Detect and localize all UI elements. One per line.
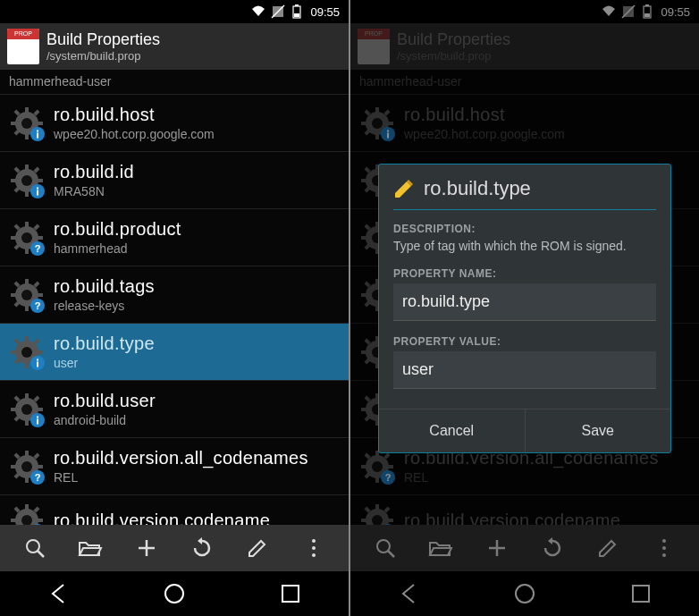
screen-left: 09:55 Build Properties /system/build.pro…	[0, 0, 349, 616]
page-title: Build Properties	[46, 30, 160, 49]
property-name: ro.build.host	[54, 105, 215, 125]
more-button[interactable]	[646, 530, 682, 566]
property-row[interactable]: ro.build.version.codename	[0, 495, 349, 525]
property-row[interactable]: ro.build.idMRA58N	[0, 152, 349, 209]
property-name: ro.build.product	[54, 219, 181, 240]
property-value: user	[54, 356, 155, 370]
property-value: wpee20.hot.corp.google.com	[54, 127, 215, 141]
wifi-icon	[251, 4, 265, 19]
description-text: Type of tag with which the ROM is signed…	[393, 239, 656, 253]
recent-icon	[278, 581, 303, 606]
property-value: MRA58N	[54, 184, 134, 198]
property-value: release-keys	[54, 299, 155, 313]
gear-icon	[9, 220, 45, 256]
property-name: ro.build.user	[54, 391, 156, 411]
gear-icon	[9, 334, 45, 370]
edit-button[interactable]	[590, 530, 626, 566]
recent-icon	[628, 581, 653, 606]
bottom-toolbar	[0, 525, 349, 571]
property-name: ro.build.host	[404, 105, 565, 125]
property-row[interactable]: ro.build.userandroid-build	[0, 381, 349, 438]
search-button[interactable]	[17, 530, 53, 566]
refresh-button[interactable]	[535, 530, 570, 566]
pencil-icon	[247, 537, 268, 559]
back-icon	[398, 581, 419, 606]
property-row[interactable]: ro.build.version.all_codenamesREL	[0, 438, 349, 495]
open-folder-button[interactable]	[72, 530, 108, 566]
app-bar: Build Properties /system/build.prop	[350, 23, 699, 70]
status-bar: 09:55	[0, 0, 349, 23]
screen-right: 09:55 Build Properties /system/build.pro…	[350, 0, 699, 616]
open-folder-button[interactable]	[423, 530, 459, 566]
refresh-button[interactable]	[184, 530, 220, 566]
search-button[interactable]	[367, 530, 403, 566]
property-row[interactable]: ro.build.hostwpee20.hot.corp.google.com	[0, 95, 349, 152]
nav-back[interactable]	[36, 578, 80, 610]
plus-icon	[136, 537, 157, 559]
edit-property-dialog: ro.build.type DESCRIPTION: Type of tag w…	[378, 164, 671, 453]
folder-icon	[428, 537, 453, 559]
property-name: ro.build.version.all_codenames	[54, 448, 308, 468]
nav-home[interactable]	[502, 578, 547, 610]
gear-icon	[9, 163, 45, 198]
property-row[interactable]: ro.build.producthammerhead	[0, 209, 349, 266]
nav-recent[interactable]	[619, 578, 663, 610]
property-row[interactable]: hammerhead-user	[350, 70, 699, 95]
wifi-icon	[602, 4, 616, 19]
description-label: DESCRIPTION:	[393, 223, 656, 235]
save-button[interactable]: Save	[525, 409, 671, 452]
nav-recent[interactable]	[268, 578, 313, 610]
status-time: 09:55	[310, 5, 340, 19]
refresh-icon	[542, 537, 563, 559]
home-icon	[162, 581, 187, 606]
property-name: ro.build.version.codename	[404, 511, 620, 526]
gear-icon	[9, 277, 45, 313]
nav-back[interactable]	[386, 578, 431, 610]
home-icon	[512, 581, 537, 606]
property-value-input[interactable]	[393, 351, 656, 389]
nav-home[interactable]	[152, 578, 197, 610]
edit-button[interactable]	[240, 530, 275, 566]
refresh-icon	[191, 537, 213, 559]
gear-icon	[9, 449, 45, 485]
property-row[interactable]: hammerhead-user	[0, 70, 349, 95]
property-name: ro.build.id	[54, 162, 134, 182]
property-value: hammerhead	[54, 241, 181, 256]
cancel-button[interactable]: Cancel	[379, 409, 525, 452]
status-bar: 09:55	[350, 0, 699, 23]
page-title: Build Properties	[397, 30, 510, 49]
property-value: android-build	[54, 413, 156, 427]
property-value: hammerhead-user	[9, 74, 111, 89]
property-row[interactable]: ro.build.version.codename	[350, 495, 699, 525]
search-icon	[24, 537, 46, 559]
add-button[interactable]	[479, 530, 515, 566]
app-icon	[7, 29, 39, 64]
app-icon	[358, 29, 390, 64]
bottom-toolbar	[350, 525, 699, 571]
more-icon	[661, 537, 668, 559]
property-row[interactable]: ro.build.tagsrelease-keys	[0, 266, 349, 324]
property-row[interactable]: ro.build.typeuser	[0, 324, 349, 381]
property-name: ro.build.type	[54, 333, 155, 354]
gear-icon	[359, 449, 395, 485]
no-sim-icon	[271, 4, 285, 19]
add-button[interactable]	[129, 530, 164, 566]
nav-bar	[0, 571, 349, 616]
property-name-input[interactable]	[393, 283, 656, 321]
more-button[interactable]	[296, 530, 332, 566]
property-name: ro.build.tags	[54, 276, 155, 297]
property-name-label: PROPERTY NAME:	[393, 267, 656, 280]
page-subtitle: /system/build.prop	[397, 49, 510, 63]
back-icon	[47, 581, 69, 606]
property-value-label: PROPERTY VALUE:	[393, 335, 656, 348]
property-value: REL	[404, 470, 659, 485]
battery-icon	[641, 4, 655, 19]
property-value: REL	[54, 470, 308, 485]
search-icon	[375, 537, 396, 559]
property-list[interactable]: hammerhead-userro.build.hostwpee20.hot.c…	[0, 70, 349, 525]
property-row[interactable]: ro.build.hostwpee20.hot.corp.google.com	[350, 95, 699, 152]
app-bar: Build Properties /system/build.prop	[0, 23, 349, 70]
gear-icon	[9, 105, 45, 141]
property-name: ro.build.version.codename	[54, 511, 270, 526]
pencil-icon	[597, 537, 619, 559]
